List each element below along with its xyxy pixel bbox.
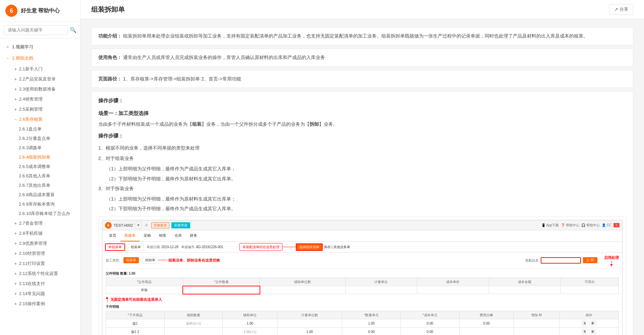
sidebar-item-assembly[interactable]: 2.6.4组装拆卸单 — [13, 153, 80, 162]
search-input[interactable] — [4, 25, 68, 35]
sidebar-item-label: 2.帮助文档 — [12, 55, 33, 61]
sidebar-item-finance[interactable]: ＋ 2.7资金管理 — [8, 218, 80, 228]
sidebar-item-coupon[interactable]: ＋ 2.9优惠券管理 — [8, 238, 80, 248]
sidebar-item-purchase[interactable]: ＋ 2.5采购管理 — [8, 104, 80, 114]
sidebar-item-cost-adjust[interactable]: 2.6.5成本调整单 — [13, 162, 80, 171]
sidebar-item-other-out[interactable]: 2.6.7其他出库单 — [13, 181, 80, 190]
disassembly-sub-list: （1）上部明细为父件明细，最终作为原材料生成其它出库单； （2）下部明细为子件明… — [106, 195, 626, 213]
sidebar-item-cost-recalc[interactable]: 2.6.8商品成本重算 — [13, 190, 80, 200]
operations-block: 操作步骤： 场景一：加工类型选择 当由多个子件材料组装成一个成品的业务为【组装】… — [91, 91, 633, 335]
mock-apply-btn[interactable]: 立 即 — [583, 257, 597, 263]
assembly-step-2: （2）下部明细为子件明细，最终作为原材料生成其它出库单。 — [106, 175, 626, 183]
scene1-title: 场景一：加工类型选择 — [98, 109, 626, 118]
sidebar-item-transfer[interactable]: 2.6.3调拨单 — [13, 143, 80, 153]
sidebar-item-inventory-error[interactable]: 2.6.10库存账本错了怎么办 — [13, 209, 80, 218]
sidebar-item-install[interactable]: ＋ 2.2产品安装及登录 — [8, 74, 80, 84]
cell-child-qty-unit-2: 0.00 — [342, 328, 401, 335]
annotation1-container: 有装配清单的在这里处理 选择组件清单 保存 | 其他业务单 — [239, 243, 350, 251]
annotation2-container: 组装业务、拆卸业务在这里切换 — [168, 257, 220, 264]
mock-field-number: 单据编号 AD-20191226-001 — [181, 244, 223, 250]
col-aux-unit-qty: 辅助单位数 — [260, 278, 345, 286]
logo-icon: 6 — [5, 5, 17, 17]
mock-row-del-btn[interactable]: 删 — [590, 321, 596, 326]
mock-tab-inventory[interactable]: 仓库 — [170, 230, 186, 241]
main-header: 组装拆卸单 ↗ 分享 — [80, 0, 644, 19]
cell-child-cost-unit-2: 0.00 — [400, 328, 459, 335]
intro-text: 组装拆卸单用来处理企业组装或拆卸等加工业务，支持有固定装配清单的产品加工业务，也… — [123, 33, 588, 39]
mock-tab-purchase[interactable]: 采购 — [140, 230, 155, 241]
minus-icon: － — [13, 117, 18, 122]
mock-type-label: 加工类型: — [106, 258, 120, 263]
sidebar-item-operations[interactable]: ＋ 2.10经营管理 — [8, 248, 80, 259]
mock-lower-table-area: 子件明细 *子件商品 辅助数量 辅助单位 计量单位数 *数量单元 *成本单元 — [102, 304, 622, 335]
sidebar-item-sales[interactable]: ＋ 2.4销售管理 — [8, 94, 80, 104]
sidebar-item-inventory-query[interactable]: 2.6.9库存账本查询 — [13, 200, 80, 209]
sidebar-item-faq[interactable]: ＋ 2.14常见问题 — [8, 289, 80, 299]
cell-qty[interactable] — [183, 286, 260, 294]
col-child-actions: 操作 — [559, 311, 619, 319]
mock-number-value: AD-20191226-001 — [196, 244, 223, 250]
sidebar-item-print[interactable]: ＋ 2.11打印设置 — [8, 259, 80, 269]
col-child-add: 增加 M — [514, 311, 559, 319]
col-cost-amount: 成本金额 — [489, 278, 560, 286]
sidebar-item-settings[interactable]: ＋ 2.12系统个性化设置 — [8, 269, 80, 279]
sidebar-item-docs[interactable]: － 2.帮助文档 — [0, 53, 80, 64]
mock-topbar-left: 6 TEST-H002 ▼ ⚙ 切换账套 新建单据 — [105, 222, 539, 229]
sidebar-nav: ＋ 1.视频学习 － 2.帮助文档 ＋ 2.1新手入门 ＋ 2.2产品安装及登录 — [0, 39, 80, 335]
assembly-sub-list: （1）上部明细为父件明细，最终作为产成品生成其它入库单； （2）下部明细为子件明… — [106, 165, 626, 183]
mock-bom-input[interactable] — [541, 257, 581, 264]
mock-btn-disassembly[interactable]: 组装单 — [128, 244, 144, 250]
sidebar-item-stocktake[interactable]: 2.6.1盘点单 — [13, 124, 80, 134]
mock-select-bom-btn[interactable]: 选择组件清单 — [296, 243, 323, 251]
mock-row-copy-btn[interactable]: 复 — [582, 321, 588, 326]
path-label: 页面路径： — [98, 76, 122, 81]
search-button[interactable]: 🔍 — [70, 27, 76, 33]
mock-close-btn[interactable]: × — [613, 223, 620, 227]
step-2: 2、对于组装业务 — [98, 154, 626, 163]
cell-child-qty-unit-1: 1.00 — [342, 319, 401, 328]
cell-child-unit-1: 1.00 — [223, 319, 277, 328]
mock-tab-home[interactable]: 首页 — [105, 230, 120, 241]
sidebar-item-other-in[interactable]: 2.6.6其他入库单 — [13, 171, 80, 181]
page-title: 组装拆卸单 — [91, 5, 125, 14]
mock-tab-new[interactable]: 新建单 — [120, 230, 140, 241]
mock-toolbar: 本组装单 组装单 单据日期 2019-12-28 单据编号 AD-2019122… — [102, 242, 622, 253]
mock-company-select[interactable]: ▼ — [135, 222, 142, 229]
cell-child-alloc-1: 0.00 — [459, 319, 514, 328]
sidebar-item-cases[interactable]: ＋ 2.15操作案例 — [8, 299, 80, 309]
col-child-cost-unit: *成本单元 — [400, 311, 459, 319]
sidebar-item-partial-stocktake[interactable]: 2.6.2分量盘点单 — [13, 134, 80, 143]
sidebar-item-payment[interactable]: ＋ 2.13在线支付 — [8, 279, 80, 289]
cell-cost-price — [417, 286, 489, 294]
mock-date-value: 2019-12-28 — [161, 244, 178, 250]
sidebar-item-videos[interactable]: ＋ 1.视频学习 — [0, 41, 80, 53]
sidebar-item-data-prep[interactable]: ＋ 2.3使用前数据准备 — [8, 84, 80, 94]
mock-btn-assembly[interactable]: 本组装单 — [105, 243, 125, 251]
col-available: 可库出 — [560, 278, 619, 286]
sidebar-item-mobile[interactable]: ＋ 2.8手机旺辅 — [8, 228, 80, 238]
path-text: 1、库存核算->库存管理->组装拆卸单 2、首页->常用功能 — [123, 76, 241, 81]
step-1: 1、根据不同的业务，选择不同单据的类型来处理 — [98, 144, 626, 152]
mock-upper-table-area: 父件明细 数量: 1.00 *父件商品 *父件数量 辅助单位数 计量单位 成本单… — [102, 269, 622, 296]
col-unit: 计量单位 — [345, 278, 417, 286]
annotation2-text: 组装业务、拆卸业务在这里切换 — [168, 258, 220, 262]
mock-refresh-btn[interactable]: 切换账套 — [151, 222, 169, 228]
share-button[interactable]: ↗ 分享 — [609, 4, 633, 15]
mock-nav-btn[interactable]: 新建单据 — [171, 222, 190, 228]
mock-tab-sales[interactable]: 销售 — [155, 230, 170, 241]
mock-row-del-btn-2[interactable]: 删 — [590, 329, 596, 335]
scene1-desc: 当由多个子件材料组装成一个成品的业务为【组装】业务，当由一个父件拆分成多个子产品… — [98, 120, 626, 128]
col-child-aux-qty: 辅助数量 — [164, 311, 223, 319]
sidebar-item-inventory[interactable]: － 2.6库存核算 — [8, 114, 80, 124]
mock-upper-table: *父件商品 *父件数量 辅助单位数 计量单位 成本单价 成本金额 可库出 — [106, 278, 619, 294]
mock-assembly-type-btn[interactable]: 组装单 — [123, 257, 139, 263]
mock-tab-finance[interactable]: 财务 — [186, 230, 201, 241]
mock-disassembly-type-btn[interactable]: 拆卸单 — [142, 257, 158, 264]
cell-available — [560, 286, 619, 294]
col-child-unit-qty: 计量单位数 — [277, 311, 342, 319]
mock-row-copy-btn-2[interactable]: 复 — [582, 329, 588, 335]
col-child-goods: *子件商品 — [106, 311, 165, 319]
sidebar-item-beginner[interactable]: ＋ 2.1新手入门 — [8, 64, 80, 74]
mock-topbar-right: 📱 App下载 ❓ 帮助中心 🎧 帮助中心 👤 CC × — [541, 222, 620, 228]
annotation4-text: 无固定清单可在组装在这里录入 — [110, 296, 162, 303]
